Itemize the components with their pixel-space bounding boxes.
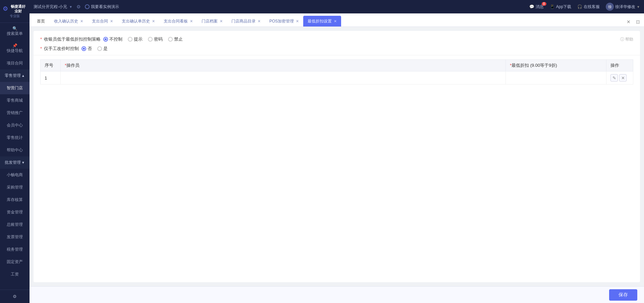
user-arrow-icon: ▼: [637, 5, 640, 9]
tab-income-history[interactable]: 收入确认历史 ✕: [50, 16, 88, 27]
close-pos-encryption[interactable]: ✕: [296, 19, 299, 23]
discount-input[interactable]: [510, 75, 602, 81]
close-expense-confirm-history[interactable]: ✕: [152, 19, 155, 23]
app-icon: 📱: [550, 4, 555, 9]
tab-expense-contract-board[interactable]: 支出合同看板 ✕: [159, 16, 197, 27]
project-name: 测试分开完程-小兄: [34, 4, 67, 10]
tab-expense-confirm-history[interactable]: 支出确认单历史 ✕: [117, 16, 159, 27]
radio-no-control[interactable]: 不控制: [103, 36, 122, 42]
close-income-history[interactable]: ✕: [80, 19, 83, 23]
tab-home[interactable]: 首页: [32, 16, 50, 27]
sidebar-settings[interactable]: ⚙: [0, 290, 30, 303]
col-seq: 序号: [41, 60, 61, 71]
tab-min-discount[interactable]: 最低折扣设置 ✕: [303, 16, 341, 27]
tab-store-product-catalog[interactable]: 门店商品目录 ✕: [227, 16, 265, 27]
tab-store-archive[interactable]: 门店档案 ✕: [197, 16, 227, 27]
sidebar-item-smart-store[interactable]: 智营门店: [0, 82, 30, 94]
sidebar-item-accounting[interactable]: 总账管理: [0, 218, 30, 231]
radio-remind-circle: [128, 37, 132, 42]
logo-sub: 专业版: [3, 14, 27, 18]
sidebar-item-member[interactable]: 会员中心: [0, 119, 30, 132]
close-store-product-catalog[interactable]: ✕: [258, 19, 261, 23]
edit-button[interactable]: ✎: [610, 74, 618, 82]
sidebar-item-search[interactable]: 🔍 搜索菜单: [0, 23, 30, 40]
close-expense-contract-board[interactable]: ✕: [190, 19, 193, 23]
sidebar-item-project[interactable]: 项目合同: [0, 57, 30, 69]
topbar-online-service[interactable]: 🎧 在线客服: [577, 4, 600, 10]
sidebar-item-marketing[interactable]: 营销推广: [0, 107, 30, 119]
table-section: 序号 *操作员 *最低折扣 (9.00等于9折) 操作 1: [34, 55, 640, 89]
discount-policy-label: * 收银员低于最低折扣控制策略: [40, 36, 101, 42]
manual-price-label: * 仅手工改价时控制: [40, 46, 79, 52]
sidebar-item-retail[interactable]: 零售管理 ▲: [0, 69, 30, 82]
sidebar-item-wholesale[interactable]: 批发管理 ▼: [0, 156, 30, 169]
radio-password-circle: [148, 37, 153, 42]
tab-expense-contract[interactable]: 支出合同 ✕: [88, 16, 117, 27]
sidebar-item-tax[interactable]: 税务管理: [0, 243, 30, 256]
cell-discount[interactable]: [506, 71, 606, 85]
radio-no-circle: [82, 46, 86, 51]
help-icon: ⓘ: [620, 37, 624, 42]
radio-no[interactable]: 否: [82, 46, 92, 52]
radio-ban[interactable]: 禁止: [168, 36, 183, 42]
service-icon: 🎧: [577, 4, 582, 9]
sidebar-logo: ⚙ 畅捷通好业财 专业版: [0, 0, 30, 23]
sidebar-item-quicknav[interactable]: 📌 快捷导航: [0, 40, 30, 57]
sidebar-item-retail-mall[interactable]: 零售商城: [0, 94, 30, 107]
discount-policy-row: * 收银员低于最低折扣控制策略 不控制 提示: [40, 36, 633, 42]
cell-operator[interactable]: [61, 71, 506, 85]
action-buttons: ✎ ✕: [610, 74, 629, 82]
radio-yes[interactable]: 是: [97, 46, 108, 52]
sidebar-item-invoice[interactable]: 发票管理: [0, 231, 30, 243]
help-link[interactable]: ⓘ 帮助: [620, 37, 633, 42]
radio-remind[interactable]: 提示: [128, 36, 143, 42]
discount-table: 序号 *操作员 *最低折扣 (9.00等于9折) 操作 1: [40, 59, 633, 85]
demo-dot-icon: [85, 4, 90, 9]
avatar: 徐: [606, 3, 614, 11]
close-expense-contract[interactable]: ✕: [110, 19, 113, 23]
retail-arrow-icon: ▲: [21, 74, 25, 78]
tab-close-current[interactable]: ✕: [625, 18, 632, 25]
radio-ban-circle: [168, 37, 173, 42]
operator-input[interactable]: [65, 75, 501, 81]
page-panel: * 收银员低于最低折扣控制策略 不控制 提示: [34, 31, 640, 282]
sidebar-item-inventory[interactable]: 库存核算: [0, 194, 30, 206]
cell-action: ✎ ✕: [606, 71, 633, 85]
sidebar-item-ecommerce[interactable]: 小畅电商: [0, 169, 30, 181]
col-action: 操作: [606, 60, 633, 71]
project-arrow-icon: ▼: [69, 5, 72, 9]
message-icon: 💬: [529, 4, 534, 9]
footer: 保存: [30, 286, 644, 303]
sidebar-item-retail-stat[interactable]: 零售统计: [0, 132, 30, 144]
table-header-row: 序号 *操作员 *最低折扣 (9.00等于9折) 操作: [41, 60, 633, 71]
sidebar-item-finance[interactable]: 资金管理: [0, 206, 30, 218]
topbar-right: 💬 消息 8 📱 App下载 🎧 在线客服 徐 徐泽华修改 ▼: [529, 3, 640, 11]
topbar-settings-icon[interactable]: ⚙: [76, 4, 81, 9]
topbar-project[interactable]: 测试分开完程-小兄 ▼: [34, 4, 72, 10]
manual-price-row: * 仅手工改价时控制 否 是: [40, 46, 633, 52]
sidebar-item-salary[interactable]: 工资: [0, 268, 30, 281]
radio-no-control-circle: [103, 37, 108, 42]
tabbar-controls: ✕ ⊡: [625, 18, 641, 27]
logo-text: 畅捷通好业财: [9, 4, 27, 14]
sidebar-item-help[interactable]: 帮助中心: [0, 144, 30, 156]
sidebar-item-purchase[interactable]: 采购管理: [0, 181, 30, 194]
save-button[interactable]: 保存: [609, 289, 637, 301]
close-min-discount[interactable]: ✕: [334, 19, 337, 23]
sidebar-item-fixed-asset[interactable]: 固定资产: [0, 256, 30, 268]
content-area: * 收银员低于最低折扣控制策略 不控制 提示: [30, 27, 644, 286]
cell-seq: 1: [41, 71, 61, 85]
messages-badge: 8: [542, 2, 546, 6]
topbar-demo[interactable]: 我要看实例演示: [85, 4, 119, 10]
wholesale-arrow-icon: ▼: [21, 161, 25, 164]
topbar-messages[interactable]: 💬 消息 8: [529, 4, 544, 10]
quicknav-icon: 📌: [12, 43, 17, 48]
tab-pos-encryption[interactable]: POS加密管理 ✕: [265, 16, 303, 27]
close-store-archive[interactable]: ✕: [220, 19, 223, 23]
tab-menu[interactable]: ⊡: [635, 18, 641, 25]
topbar-user[interactable]: 徐 徐泽华修改 ▼: [606, 3, 640, 11]
delete-button[interactable]: ✕: [619, 74, 627, 82]
radio-password[interactable]: 密码: [148, 36, 163, 42]
settings-icon: ⚙: [13, 294, 17, 299]
topbar-app-download[interactable]: 📱 App下载: [550, 4, 571, 10]
